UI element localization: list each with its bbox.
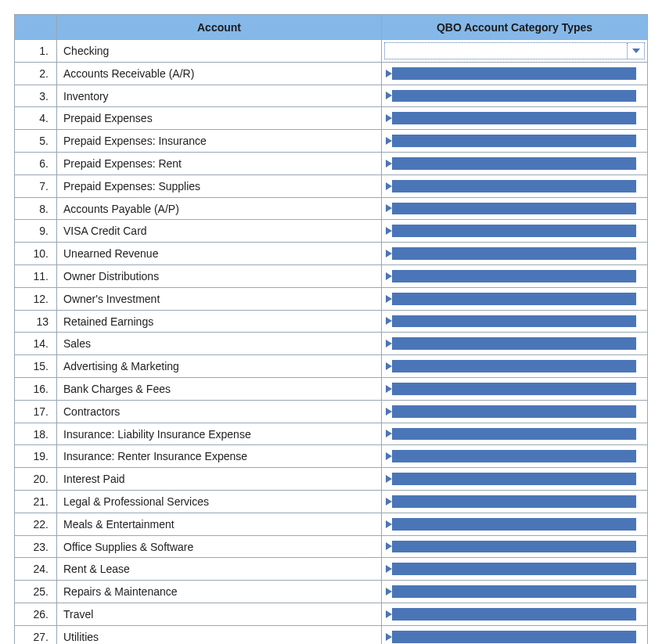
category-fill[interactable] — [384, 606, 636, 623]
category-cell[interactable] — [382, 288, 648, 311]
category-cell[interactable] — [382, 558, 648, 581]
account-name: Accounts Payable (A/P) — [57, 198, 382, 221]
row-number: 17. — [15, 401, 57, 423]
category-fill[interactable] — [384, 268, 636, 285]
category-bar — [392, 360, 636, 372]
category-fill[interactable] — [384, 516, 636, 533]
category-fill[interactable] — [384, 380, 636, 398]
account-name: Owner's Investment — [57, 288, 382, 311]
category-bar — [392, 112, 636, 124]
category-fill[interactable] — [384, 448, 636, 465]
cell-marker-icon — [386, 317, 392, 325]
row-number: 15. — [15, 355, 57, 378]
category-cell[interactable] — [382, 355, 648, 378]
category-cell[interactable] — [382, 333, 648, 355]
category-cell[interactable] — [382, 378, 648, 401]
row-number: 10. — [15, 243, 57, 265]
row-number: 21. — [15, 491, 57, 513]
account-name: Prepaid Expenses: Insurance — [57, 130, 382, 153]
category-bar — [392, 541, 636, 553]
category-fill[interactable] — [384, 628, 636, 644]
account-name: Checking — [57, 40, 382, 63]
cell-marker-icon — [386, 565, 392, 573]
cell-marker-icon — [386, 362, 392, 370]
category-fill[interactable] — [384, 583, 636, 600]
category-fill[interactable] — [384, 290, 636, 308]
row-number: 19. — [15, 445, 57, 468]
category-cell[interactable] — [382, 445, 648, 468]
category-bar — [392, 67, 636, 80]
category-fill[interactable] — [384, 403, 636, 420]
account-name: Prepaid Expenses — [57, 107, 382, 130]
category-cell[interactable] — [382, 401, 648, 423]
category-fill[interactable] — [384, 470, 636, 487]
category-cell[interactable] — [382, 85, 648, 108]
cell-marker-icon — [386, 204, 392, 212]
row-number: 11. — [15, 265, 57, 288]
category-bar — [392, 203, 636, 215]
category-fill[interactable] — [384, 88, 636, 105]
account-name: Repairs & Maintenance — [57, 581, 382, 603]
category-cell[interactable] — [382, 536, 648, 559]
row-number: 16. — [15, 378, 57, 401]
category-fill[interactable] — [384, 313, 636, 330]
account-name: Travel — [57, 603, 382, 626]
category-cell[interactable] — [382, 153, 648, 175]
category-cell[interactable] — [382, 311, 648, 333]
row-number: 13 — [15, 311, 57, 333]
category-bar — [392, 337, 636, 350]
category-fill[interactable] — [384, 426, 636, 443]
category-fill[interactable] — [384, 222, 636, 239]
account-name: Advertising & Marketing — [57, 355, 382, 378]
category-dropdown[interactable] — [384, 42, 645, 59]
row-number: 2. — [15, 63, 57, 85]
category-fill[interactable] — [384, 200, 636, 218]
cell-marker-icon — [386, 385, 392, 393]
row-number: 24. — [15, 558, 57, 581]
category-cell[interactable] — [382, 243, 648, 265]
account-name: Prepaid Expenses: Supplies — [57, 175, 382, 198]
category-dropdown-value[interactable] — [385, 43, 627, 59]
category-cell[interactable] — [382, 175, 648, 198]
category-fill[interactable] — [384, 493, 636, 510]
cell-marker-icon — [386, 498, 392, 505]
row-number: 4. — [15, 107, 57, 130]
category-bar — [392, 225, 636, 237]
category-cell[interactable] — [382, 40, 648, 63]
category-bar — [392, 315, 636, 328]
category-fill[interactable] — [384, 538, 636, 556]
category-fill[interactable] — [384, 178, 636, 195]
header-account: Account — [57, 15, 382, 40]
category-cell[interactable] — [382, 265, 648, 288]
category-fill[interactable] — [384, 335, 636, 352]
row-number: 3. — [15, 85, 57, 108]
account-name: Utilities — [57, 626, 382, 644]
cell-marker-icon — [386, 137, 392, 145]
category-fill[interactable] — [384, 245, 636, 262]
category-cell[interactable] — [382, 626, 648, 644]
category-fill[interactable] — [384, 560, 636, 577]
category-bar — [392, 495, 636, 508]
category-bar — [392, 631, 636, 643]
category-cell[interactable] — [382, 107, 648, 130]
row-number: 7. — [15, 175, 57, 198]
category-cell[interactable] — [382, 423, 648, 446]
category-cell[interactable] — [382, 491, 648, 513]
category-fill[interactable] — [384, 358, 636, 375]
category-fill[interactable] — [384, 132, 636, 149]
category-cell[interactable] — [382, 468, 648, 491]
category-bar — [392, 428, 636, 441]
row-number: 9. — [15, 220, 57, 243]
category-cell[interactable] — [382, 63, 648, 85]
category-cell[interactable] — [382, 581, 648, 603]
category-cell[interactable] — [382, 603, 648, 626]
category-cell[interactable] — [382, 220, 648, 243]
category-fill[interactable] — [384, 110, 636, 127]
category-fill[interactable] — [384, 155, 636, 172]
cell-marker-icon — [386, 250, 392, 257]
category-cell[interactable] — [382, 198, 648, 221]
category-fill[interactable] — [384, 65, 636, 82]
dropdown-toggle-button[interactable] — [627, 43, 644, 59]
category-cell[interactable] — [382, 513, 648, 536]
category-cell[interactable] — [382, 130, 648, 153]
